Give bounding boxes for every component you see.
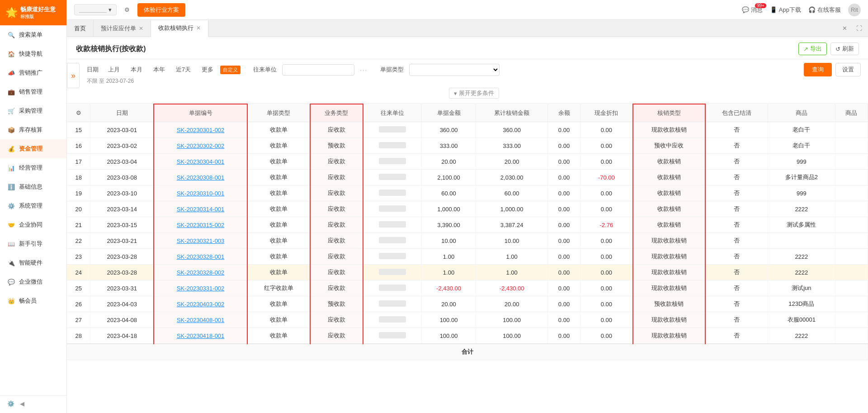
sidebar-item-guide[interactable]: 📖 新手引导 bbox=[0, 234, 66, 253]
cell-doc-no[interactable]: SK-20230328-001 bbox=[154, 249, 247, 265]
cell-doc-no[interactable]: SK-20230331-002 bbox=[154, 280, 247, 296]
cell-doc-no[interactable]: SK-20230408-001 bbox=[154, 312, 247, 328]
doc-no-link[interactable]: SK-20230302-002 bbox=[177, 142, 225, 149]
cell-doc-no[interactable]: SK-20230308-001 bbox=[154, 170, 247, 185]
maximize-icon[interactable]: ⛶ bbox=[854, 23, 864, 34]
sidebar-item-search[interactable]: 🔍 搜索菜单 bbox=[0, 25, 66, 44]
export-button[interactable]: ↗ 导出 bbox=[798, 43, 827, 55]
sidebar-item-operation[interactable]: 📊 经营管理 bbox=[0, 158, 66, 177]
app-download-link[interactable]: 📱 App下载 bbox=[770, 6, 801, 14]
sidebar-item-hardware[interactable]: 🔌 智能硬件 bbox=[0, 253, 66, 272]
expand-more-button[interactable]: ▾ 展开更多条件 bbox=[449, 88, 499, 99]
tab-prepay-close[interactable]: ✕ bbox=[139, 25, 143, 32]
online-service-link[interactable]: 🎧 在线客服 bbox=[808, 6, 841, 14]
blurred-text bbox=[379, 142, 406, 148]
cell-amount: 60.00 bbox=[421, 185, 476, 201]
doc-no-link[interactable]: SK-20230321-003 bbox=[177, 237, 225, 244]
doc-no-link[interactable]: SK-20230331-002 bbox=[177, 285, 225, 292]
cell-doc-no[interactable]: SK-20230314-001 bbox=[154, 201, 247, 217]
date-custom-btn[interactable]: 自定义 bbox=[220, 66, 241, 74]
doc-type-select[interactable] bbox=[409, 64, 500, 76]
tab-receipt-exec[interactable]: 收款核销执行 ✕ bbox=[151, 20, 208, 37]
user-avatar[interactable]: Rit bbox=[848, 4, 861, 16]
cell-doc-no[interactable]: SK-20230301-002 bbox=[154, 122, 247, 138]
settings-icon[interactable]: ⚙️ bbox=[7, 400, 15, 408]
cell-date: 2023-04-08 bbox=[90, 312, 154, 328]
sidebar-item-inventory[interactable]: 📦 库存核算 bbox=[0, 120, 66, 139]
doc-no-link[interactable]: SK-20230403-002 bbox=[177, 301, 225, 308]
industry-solution-button[interactable]: 体验行业方案 bbox=[137, 3, 185, 17]
cell-goods2 bbox=[835, 170, 868, 185]
cell-doc-no[interactable]: SK-20230315-002 bbox=[154, 217, 247, 233]
cell-doc-no[interactable]: SK-20230302-002 bbox=[154, 138, 247, 154]
doc-no-link[interactable]: SK-20230418-001 bbox=[177, 332, 225, 339]
cell-counterparty bbox=[363, 312, 422, 328]
topbar-gear-button[interactable]: ⚙ bbox=[120, 3, 134, 17]
doc-no-link[interactable]: SK-20230314-001 bbox=[177, 206, 225, 213]
tab-home[interactable]: 首页 bbox=[67, 20, 94, 37]
sidebar-logo-title: 畅康道好生意 bbox=[20, 5, 56, 14]
cell-doc-no[interactable]: SK-20230304-001 bbox=[154, 154, 247, 170]
cell-biz-type: 应收款 bbox=[310, 170, 363, 185]
sidebar-item-member[interactable]: 👑 畅会员 bbox=[0, 291, 66, 310]
cell-doc-no[interactable]: SK-20230328-002 bbox=[154, 265, 247, 280]
topbar-dropdown[interactable]: __________ ▾ bbox=[74, 4, 117, 15]
table-row: 262023-04-03SK-20230403-002收款单预收款20.0020… bbox=[67, 296, 868, 312]
sidebar-item-sales[interactable]: 💼 销售管理 bbox=[0, 82, 66, 101]
doc-no-link[interactable]: SK-20230304-001 bbox=[177, 158, 225, 165]
date-this-month[interactable]: 本月 bbox=[127, 64, 146, 76]
date-this-year[interactable]: 本年 bbox=[149, 64, 169, 76]
box-icon: 📦 bbox=[7, 126, 15, 134]
settings-button[interactable]: 设置 bbox=[835, 63, 861, 76]
cell-date: 2023-03-14 bbox=[90, 201, 154, 217]
cell-doc-no[interactable]: SK-20230310-001 bbox=[154, 185, 247, 201]
cell-doc-type: 收款单 bbox=[247, 217, 310, 233]
doc-no-link[interactable]: SK-20230408-001 bbox=[177, 317, 225, 323]
cell-write-off-type: 收款核销 bbox=[633, 154, 706, 170]
sidebar-item-basics[interactable]: ℹ️ 基础信息 bbox=[0, 177, 66, 196]
sidebar-item-capital[interactable]: 💰 资金管理 bbox=[0, 139, 66, 158]
close-window-icon[interactable]: ✕ bbox=[839, 23, 850, 34]
blurred-text bbox=[379, 221, 406, 228]
sidebar-item-system[interactable]: ⚙️ 系统管理 bbox=[0, 196, 66, 215]
sidebar-item-quick-nav[interactable]: 🏠 快捷导航 bbox=[0, 44, 66, 63]
cell-balance: 0.00 bbox=[548, 217, 580, 233]
col-header-goods2: 商品 bbox=[835, 104, 868, 122]
cell-doc-no[interactable]: SK-20230418-001 bbox=[154, 328, 247, 344]
cell-date: 2023-03-02 bbox=[90, 138, 154, 154]
blurred-text bbox=[379, 190, 406, 196]
tab-prepay[interactable]: 预计应应付单 ✕ bbox=[94, 20, 151, 37]
cell-doc-no[interactable]: SK-20230403-002 bbox=[154, 296, 247, 312]
query-button[interactable]: 查询 bbox=[804, 63, 832, 76]
sidebar-item-marketing[interactable]: 📣 营销推广 bbox=[0, 63, 66, 82]
date-last-month[interactable]: 上月 bbox=[104, 64, 124, 76]
counterparty-dots[interactable]: ··· bbox=[360, 66, 368, 73]
sidebar-item-enterprise[interactable]: 🤝 企业协同 bbox=[0, 215, 66, 234]
tab-receipt-close[interactable]: ✕ bbox=[196, 25, 201, 31]
cell-goods: 老白干 bbox=[768, 122, 835, 138]
doc-no-link[interactable]: SK-20230308-001 bbox=[177, 174, 225, 181]
date-last-7-days[interactable]: 近7天 bbox=[172, 64, 195, 76]
cell-doc-no[interactable]: SK-20230321-003 bbox=[154, 233, 247, 249]
refresh-button[interactable]: ↺ 刷新 bbox=[830, 43, 859, 55]
cell-date: 2023-04-18 bbox=[90, 328, 154, 344]
counterparty-input[interactable] bbox=[282, 64, 354, 76]
collapse-icon[interactable]: ◀ bbox=[20, 400, 28, 408]
sidebar-item-wechat[interactable]: 💬 企业微信 bbox=[0, 272, 66, 291]
doc-no-link[interactable]: SK-20230315-002 bbox=[177, 222, 225, 228]
cell-cash-discount: 0.00 bbox=[580, 154, 632, 170]
cell-goods: 老白干 bbox=[768, 138, 835, 154]
settings-col-icon[interactable]: ⚙ bbox=[76, 109, 81, 116]
filter-toggle-button[interactable]: » bbox=[67, 63, 80, 88]
date-more[interactable]: 更多 bbox=[198, 64, 217, 76]
doc-no-link[interactable]: SK-20230328-001 bbox=[177, 253, 225, 260]
sidebar-item-purchase[interactable]: 🛒 采购管理 bbox=[0, 101, 66, 120]
chevron-down-icon: ▾ bbox=[108, 6, 112, 13]
sidebar-item-label: 采购管理 bbox=[19, 107, 42, 115]
message-button[interactable]: 💬 消息 99+ bbox=[742, 6, 763, 14]
doc-no-link[interactable]: SK-20230328-002 bbox=[177, 269, 225, 276]
cell-counterparty bbox=[363, 296, 422, 312]
doc-no-link[interactable]: SK-20230310-001 bbox=[177, 190, 225, 197]
sidebar-item-label: 智能硬件 bbox=[19, 259, 42, 267]
doc-no-link[interactable]: SK-20230301-002 bbox=[177, 127, 225, 133]
